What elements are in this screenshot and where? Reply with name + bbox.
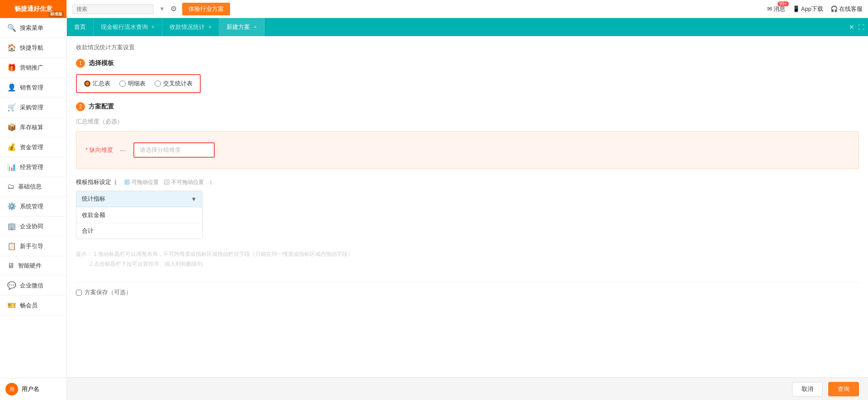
avatar: 用	[5, 383, 18, 395]
sidebar-item-system[interactable]: ⚙️ 系统管理	[0, 197, 66, 216]
metrics-row-1: 合计	[76, 223, 202, 239]
monitor-icon: 🖥	[7, 262, 14, 270]
sidebar-item-purchase[interactable]: 🛒 采购管理	[0, 98, 66, 118]
save-option-label: 方案保存（可选）	[85, 288, 132, 296]
radio-detail[interactable]: 明细表	[119, 80, 146, 88]
cancel-button[interactable]: 取消	[792, 382, 823, 396]
tab-bar: 首页 现金银行流水查询 × 收款情况统计 × 新建方案 × ✕ ⛶	[67, 18, 868, 36]
service-label: 在线客服	[839, 5, 863, 13]
radio-cross-input[interactable]	[155, 80, 161, 87]
close-window-icon[interactable]: ✕	[849, 24, 854, 31]
sidebar-item-member[interactable]: 🎫 畅会员	[0, 296, 66, 315]
save-checkbox[interactable]	[76, 290, 82, 296]
section2-label: 方案配置	[89, 103, 114, 111]
tip-1: 2.点击标题栏下拉可设置排序、插入列和删除列	[76, 259, 859, 269]
online-service[interactable]: 🎧 在线客服	[830, 5, 863, 13]
vertical-dimension-label: * 纵向维度	[85, 146, 113, 154]
metrics-section: 模板指标设定（ 可拖动位置 不可拖动位置 ）	[76, 178, 859, 240]
sidebar-item-quick-nav[interactable]: 🏠 快捷导航	[0, 38, 66, 58]
download-label: App下载	[801, 5, 823, 13]
sidebar-item-marketing[interactable]: 🎁 营销推广	[0, 58, 66, 78]
dimension-placeholder: 请选择分组维度	[140, 146, 181, 153]
app-download[interactable]: 📱 App下载	[793, 5, 823, 13]
ticket-icon: 🎫	[7, 301, 16, 310]
service-icon: 🎧	[830, 5, 838, 12]
sidebar-item-search-menu[interactable]: 🔍 搜索菜单	[0, 18, 66, 38]
radio-cross[interactable]: 交叉统计表	[155, 80, 193, 88]
chevron-down-icon[interactable]: ▼	[159, 5, 165, 12]
metrics-header-label: 统计指标	[82, 195, 105, 203]
movable-dot	[124, 179, 130, 185]
radio-detail-input[interactable]	[119, 80, 126, 87]
message-icon: ✉	[767, 5, 772, 12]
sidebar-item-label: 搜索菜单	[20, 24, 43, 32]
sidebar: 畅捷通好生意 标准版 🔍 搜索菜单 🏠 快捷导航 🎁 营销推广 👤 销售管理 🛒…	[0, 0, 67, 400]
search-menu-icon: 🔍	[7, 24, 16, 32]
tip-0: 提示： 1.拖动标题栏可以调整布局，不可跨维度或指标区域拖动栏目字段（只能在同一…	[76, 249, 859, 259]
radio-detail-label: 明细表	[128, 80, 146, 88]
tab-home-label: 首页	[74, 23, 86, 31]
sidebar-item-label: 采购管理	[20, 104, 43, 112]
sidebar-item-inventory[interactable]: 📦 库存核算	[0, 118, 66, 137]
query-button[interactable]: 查询	[828, 382, 859, 396]
metrics-header[interactable]: 统计指标 ▼	[76, 191, 202, 207]
tab-new-plan-close[interactable]: ×	[254, 24, 257, 30]
tips-section: 提示： 1.拖动标题栏可以调整布局，不可跨维度或指标区域拖动栏目字段（只能在同一…	[76, 249, 859, 269]
chat-icon: 💬	[7, 281, 16, 290]
metrics-legend: 可拖动位置 不可拖动位置 ）	[124, 179, 215, 186]
tab-bank-flow-label: 现金银行流水查询	[101, 23, 148, 31]
sidebar-item-label: 新手引导	[20, 242, 43, 250]
sidebar-item-sales[interactable]: 👤 销售管理	[0, 78, 66, 98]
sidebar-item-hardware[interactable]: 🖥 智能硬件	[0, 256, 66, 276]
radio-summary-input[interactable]	[84, 80, 90, 87]
sidebar-item-label: 库存核算	[20, 123, 43, 132]
sidebar-item-operations[interactable]: 📊 经营管理	[0, 157, 66, 177]
tab-collection-close[interactable]: ×	[208, 24, 212, 30]
bottom-bar: 取消 查询	[67, 377, 868, 400]
sidebar-item-label: 资金管理	[20, 143, 43, 151]
money-icon: 💰	[7, 143, 16, 151]
search-input[interactable]	[72, 4, 154, 14]
tab-new-plan[interactable]: 新建方案 ×	[219, 18, 264, 36]
sidebar-item-wechat[interactable]: 💬 企业微信	[0, 276, 66, 296]
industry-btn[interactable]: 体验行业方案	[182, 3, 230, 15]
sidebar-item-label: 快捷导航	[20, 44, 43, 52]
download-icon: 📱	[793, 5, 800, 12]
sidebar-bottom: 用 用户名	[0, 378, 66, 400]
expand-icon[interactable]: ⛶	[858, 24, 864, 31]
tab-new-plan-label: 新建方案	[226, 23, 250, 31]
section1-number: 1	[76, 59, 85, 68]
legend-movable: 可拖动位置	[124, 179, 159, 186]
content-area: 收款情况统计方案设置 1 选择模板 汇总表 明细表	[67, 36, 868, 377]
radio-summary-label: 汇总表	[93, 80, 110, 88]
notification-icon[interactable]: ✉ 消息 99+	[767, 5, 785, 13]
tab-home[interactable]: 首页	[67, 18, 94, 36]
metrics-row-0: 收款金额	[76, 207, 202, 223]
sidebar-item-basic-info[interactable]: 🗂 基础信息	[0, 177, 66, 197]
tab-collection-stats[interactable]: 收款情况统计 ×	[162, 18, 219, 36]
dimension-select[interactable]: 请选择分组维度	[133, 142, 215, 158]
section2-heading: 2 方案配置	[76, 102, 859, 111]
settings-icon: ⚙️	[7, 202, 16, 211]
sidebar-item-capital[interactable]: 💰 资金管理	[0, 137, 66, 157]
gear-icon[interactable]: ⚙	[170, 5, 177, 13]
save-option: 方案保存（可选）	[76, 282, 859, 296]
folder-icon: 🗂	[7, 183, 14, 191]
top-bar: ▼ ⚙ 体验行业方案 ✉ 消息 99+ 📱 App下载 🎧 在线客服	[67, 0, 868, 18]
top-bar-right: ✉ 消息 99+ 📱 App下载 🎧 在线客服	[767, 5, 863, 13]
sidebar-item-label: 智能硬件	[18, 262, 42, 270]
tab-bank-flow-close[interactable]: ×	[151, 24, 155, 30]
config-section: 汇总维度（必选） * 纵向维度 — 请选择分组维度 模板指标设定（	[76, 118, 859, 296]
sidebar-item-label: 经营管理	[20, 163, 43, 171]
legend-movable-label: 可拖动位置	[132, 179, 159, 186]
user-name: 用户名	[22, 385, 39, 393]
sidebar-item-enterprise[interactable]: 🏢 企业协同	[0, 216, 66, 236]
tab-bar-actions: ✕ ⛶	[845, 18, 868, 36]
section1-heading: 1 选择模板	[76, 59, 859, 68]
radio-group: 汇总表 明细表 交叉统计表	[84, 80, 193, 88]
notif-badge: 99+	[778, 1, 789, 6]
sidebar-item-beginner[interactable]: 📋 新手引导	[0, 236, 66, 256]
radio-summary[interactable]: 汇总表	[84, 80, 110, 88]
tab-bank-flow[interactable]: 现金银行流水查询 ×	[94, 18, 162, 36]
metrics-dropdown-icon[interactable]: ▼	[191, 196, 197, 202]
